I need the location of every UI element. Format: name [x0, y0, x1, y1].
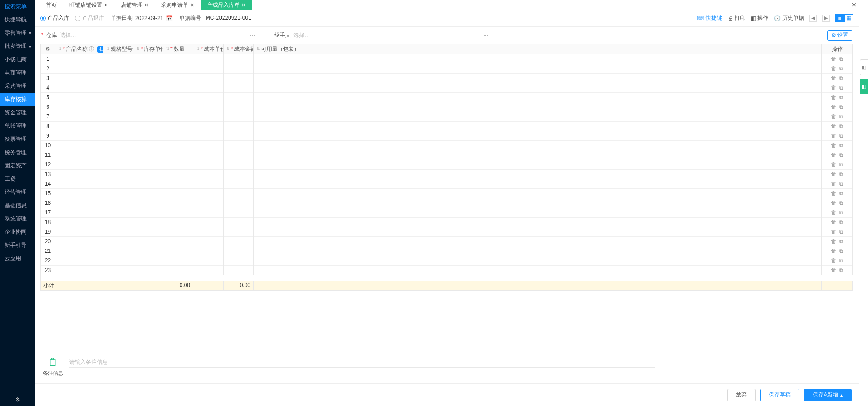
tab[interactable]: 旺铺店铺设置× — [63, 0, 114, 10]
copy-icon[interactable]: ⧉ — [839, 190, 843, 197]
sidebar-item[interactable]: 云应用 — [0, 252, 35, 265]
table-row[interactable]: 13🗑⧉ — [41, 170, 853, 179]
table-row[interactable]: 17🗑⧉ — [41, 208, 853, 218]
delete-icon[interactable]: 🗑 — [831, 200, 836, 206]
copy-icon[interactable]: ⧉ — [839, 75, 843, 81]
sidebar-item[interactable]: 库存核算 — [0, 93, 35, 106]
copy-icon[interactable]: ⧉ — [839, 248, 843, 254]
sidebar-item[interactable]: 企业协同 — [0, 225, 35, 239]
copy-icon[interactable]: ⧉ — [839, 257, 843, 264]
delete-icon[interactable]: 🗑 — [831, 113, 836, 120]
delete-icon[interactable]: 🗑 — [831, 171, 836, 177]
delete-icon[interactable]: 🗑 — [831, 65, 836, 72]
table-row[interactable]: 12🗑⧉ — [41, 160, 853, 170]
quickkey-link[interactable]: ⌨快捷键 — [697, 14, 722, 22]
discard-button[interactable]: 放弃 — [727, 389, 756, 401]
sidebar-item[interactable]: 总账管理 — [0, 119, 35, 133]
table-row[interactable]: 15🗑⧉ — [41, 189, 853, 198]
calendar-icon[interactable]: 📅 — [166, 15, 173, 21]
delete-icon[interactable]: 🗑 — [831, 75, 836, 81]
nav-prev[interactable]: ◀ — [809, 15, 817, 22]
table-row[interactable]: 2🗑⧉ — [41, 64, 853, 74]
copy-icon[interactable]: ⧉ — [839, 104, 843, 110]
sidebar-item[interactable]: 批发管理▾ — [0, 40, 35, 53]
rail-btn-2[interactable]: ◧ — [860, 79, 868, 94]
tabs-close-all[interactable]: × — [849, 0, 859, 10]
col-amount[interactable]: ⇅*成本金额 — [224, 44, 254, 54]
table-row[interactable]: 10🗑⧉ — [41, 141, 853, 150]
save-new-button[interactable]: 保存&新增▴ — [804, 389, 852, 401]
handler-field[interactable]: 经手人 选择…⋯ — [274, 30, 489, 40]
table-row[interactable]: 4🗑⧉ — [41, 83, 853, 93]
close-icon[interactable]: × — [104, 2, 108, 8]
warehouse-field[interactable]: * 仓库 选择…⋯ — [41, 30, 256, 40]
remark-input[interactable]: 请输入备注信息 — [69, 357, 655, 368]
close-icon[interactable]: × — [144, 2, 148, 8]
settings-button[interactable]: ⚙设置 — [827, 30, 852, 41]
tab[interactable]: 采购申请单× — [154, 0, 200, 10]
tab[interactable]: 店铺管理× — [114, 0, 154, 10]
copy-icon[interactable]: ⧉ — [839, 181, 843, 187]
table-row[interactable]: 19🗑⧉ — [41, 227, 853, 237]
col-price[interactable]: ⇅*成本单价 — [193, 44, 224, 54]
copy-icon[interactable]: ⧉ — [839, 56, 843, 62]
close-icon[interactable]: × — [190, 2, 194, 8]
table-row[interactable]: 14🗑⧉ — [41, 179, 853, 189]
table-row[interactable]: 16🗑⧉ — [41, 198, 853, 208]
delete-icon[interactable]: 🗑 — [831, 248, 836, 254]
delete-icon[interactable]: 🗑 — [831, 190, 836, 197]
view-grid[interactable]: ▦ — [844, 14, 853, 22]
sidebar-item[interactable]: 资金管理 — [0, 106, 35, 119]
sidebar-search[interactable]: 搜索菜单 — [0, 0, 35, 13]
delete-icon[interactable]: 🗑 — [831, 85, 836, 91]
ellipsis-icon[interactable]: ⋯ — [483, 30, 489, 40]
radio-product-in[interactable]: 产品入库 — [40, 14, 69, 22]
col-unit[interactable]: ⇅*库存单位 — [133, 44, 163, 54]
delete-icon[interactable]: 🗑 — [831, 181, 836, 187]
view-list[interactable]: ≡ — [835, 14, 844, 22]
col-avail[interactable]: ⇅可用量（包装） — [254, 44, 822, 54]
delete-icon[interactable]: 🗑 — [831, 257, 836, 264]
sidebar-item[interactable]: 发票管理 — [0, 133, 35, 146]
col-qty[interactable]: ⇅*数量 — [163, 44, 193, 54]
rail-btn-1[interactable]: ◧ — [860, 59, 868, 75]
table-row[interactable]: 11🗑⧉ — [41, 150, 853, 160]
col-product-name[interactable]: ⇅*产品名称ⓘ 扫码录入 — [55, 44, 103, 54]
save-draft-button[interactable]: 保存草稿 — [760, 389, 799, 401]
sidebar-item[interactable]: 经营管理 — [0, 186, 35, 199]
copy-icon[interactable]: ⧉ — [839, 152, 843, 158]
delete-icon[interactable]: 🗑 — [831, 229, 836, 235]
delete-icon[interactable]: 🗑 — [831, 133, 836, 139]
copy-icon[interactable]: ⧉ — [839, 238, 843, 245]
table-row[interactable]: 3🗑⧉ — [41, 74, 853, 83]
sidebar-item[interactable]: 零售管理▾ — [0, 27, 35, 40]
table-row[interactable]: 6🗑⧉ — [41, 102, 853, 112]
table-row[interactable]: 22🗑⧉ — [41, 256, 853, 266]
history-link[interactable]: 🕓历史单据 — [774, 14, 804, 22]
sidebar-item[interactable]: 基础信息 — [0, 199, 35, 212]
table-row[interactable]: 9🗑⧉ — [41, 131, 853, 141]
sidebar-item[interactable]: 小畅电商 — [0, 53, 35, 66]
table-row[interactable]: 20🗑⧉ — [41, 237, 853, 246]
copy-icon[interactable]: ⧉ — [839, 113, 843, 120]
table-row[interactable]: 18🗑⧉ — [41, 218, 853, 227]
delete-icon[interactable]: 🗑 — [831, 152, 836, 158]
copy-icon[interactable]: ⧉ — [839, 171, 843, 177]
copy-icon[interactable]: ⧉ — [839, 161, 843, 168]
delete-icon[interactable]: 🗑 — [831, 104, 836, 110]
delete-icon[interactable]: 🗑 — [831, 123, 836, 129]
sidebar-item[interactable]: 采购管理 — [0, 80, 35, 93]
delete-icon[interactable]: 🗑 — [831, 94, 836, 101]
copy-icon[interactable]: ⧉ — [839, 200, 843, 206]
delete-icon[interactable]: 🗑 — [831, 238, 836, 245]
copy-icon[interactable]: ⧉ — [839, 229, 843, 235]
table-row[interactable]: 1🗑⧉ — [41, 54, 853, 64]
delete-icon[interactable]: 🗑 — [831, 161, 836, 168]
print-link[interactable]: 🖨打印 — [728, 14, 746, 22]
tab[interactable]: 产成品入库单× — [201, 0, 252, 10]
col-gear[interactable]: ⚙ — [41, 44, 55, 54]
copy-icon[interactable]: ⧉ — [839, 219, 843, 225]
operate-link[interactable]: ◧操作 — [751, 14, 768, 22]
copy-icon[interactable]: ⧉ — [839, 209, 843, 216]
table-row[interactable]: 21🗑⧉ — [41, 246, 853, 256]
